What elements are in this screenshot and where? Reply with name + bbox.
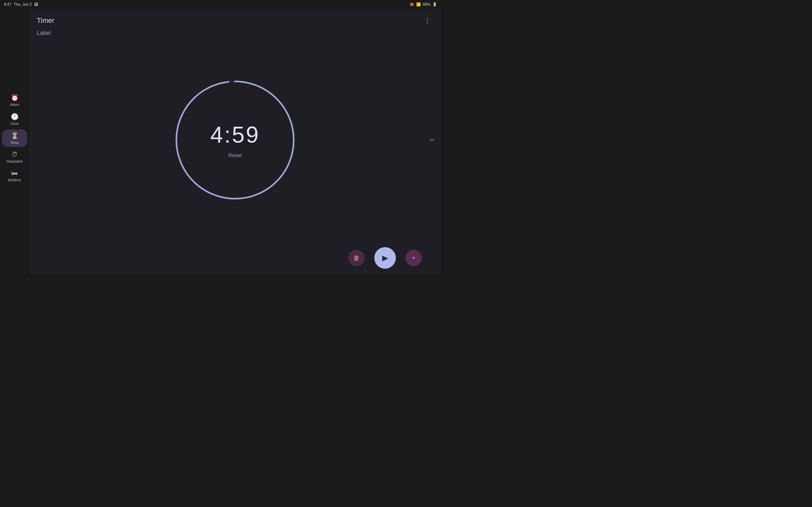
edit-icon[interactable]: ✏ [430,136,435,144]
page-title: Timer [37,16,54,25]
sidebar-item-alarm[interactable]: ⏰ Alarm [2,91,27,109]
add-timer-button[interactable]: + [405,250,422,266]
menu-button[interactable]: ⋮ [421,14,433,27]
play-pause-button[interactable]: ▶ [374,247,396,269]
status-left: 9:47 Thu, Jun 2 🖼 [4,2,38,7]
timer-display: 4:59 [210,122,260,148]
sidebar-item-clock[interactable]: 🕐 Clock [2,110,27,128]
image-icon: 🖼 [34,2,38,7]
circle-inner: 4:59 Reset [171,77,299,204]
status-right: 🔕 📶 68% 🔋 [409,2,437,7]
alarm-icon: ⏰ [11,94,19,101]
add-icon: + [412,255,415,262]
sidebar-clock-label: Clock [10,122,19,125]
mute-icon: 🔕 [409,2,414,7]
play-icon: ▶ [382,253,388,262]
sidebar-stopwatch-label: Stopwatch [6,159,22,163]
status-time: 9:47 [4,2,11,7]
label-section: Label [29,27,441,39]
battery-icon: 🔋 [432,2,437,7]
header: Timer ⋮ [29,9,441,27]
clock-icon: 🕐 [11,113,19,120]
bedtime-icon: 🛏 [11,170,18,177]
reset-button[interactable]: Reset [229,153,242,158]
wifi-icon: 📶 [416,2,421,7]
bottom-buttons: 🗑 ▶ + [29,241,441,275]
timer-area: 4:59 Reset ✏ [29,39,441,241]
sidebar-item-stopwatch[interactable]: ⏱ Stopwatch [2,148,27,166]
delete-timer-button[interactable]: 🗑 [348,250,365,266]
sidebar-item-timer[interactable]: ⏳ Timer [2,129,27,147]
delete-icon: 🗑 [353,255,360,262]
status-bar: 9:47 Thu, Jun 2 🖼 🔕 📶 68% 🔋 [0,0,441,9]
battery-status: 68% [423,2,430,7]
sidebar-bedtime-label: Bedtime [8,178,21,182]
sidebar-timer-label: Timer [10,141,19,145]
main-content: Timer ⋮ Label 4:59 Reset ✏ 🗑 ▶ + [29,9,441,275]
sidebar-item-bedtime[interactable]: 🛏 Bedtime [2,167,27,184]
stopwatch-icon: ⏱ [11,151,18,158]
status-date: Thu, Jun 2 [14,2,32,7]
timer-icon: ⏳ [11,132,19,139]
sidebar-alarm-label: Alarm [10,103,19,107]
sidebar: ⏰ Alarm 🕐 Clock ⏳ Timer ⏱ Stopwatch 🛏 Be… [0,9,29,275]
timer-circle: 4:59 Reset [171,77,299,204]
timer-label: Label [37,30,51,36]
